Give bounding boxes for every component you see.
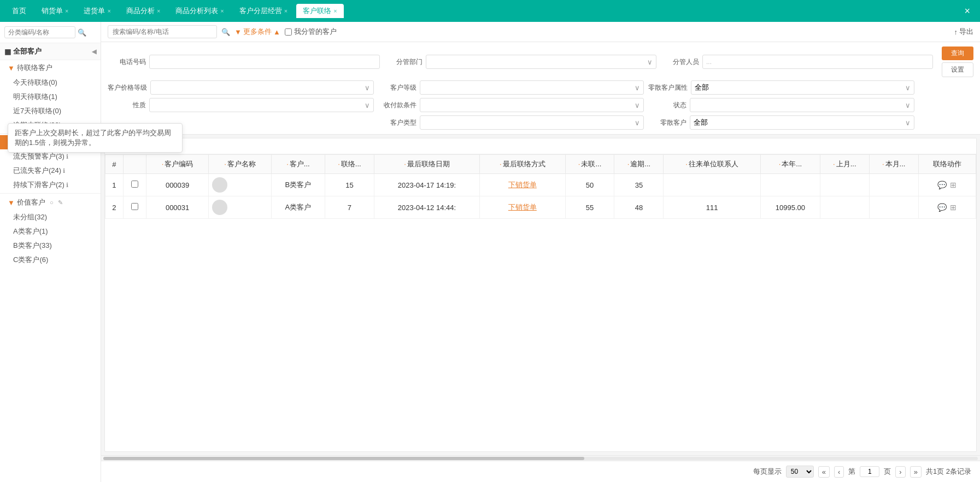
- sidebar-value-group[interactable]: ▼ 价值客户 ○ ✎: [0, 195, 101, 210]
- row-checkbox-2[interactable]: [131, 203, 138, 210]
- filter-scattered-label: 零散客户属性: [648, 83, 688, 92]
- filter-nature-select[interactable]: ∨: [149, 98, 374, 112]
- sidebar-item-lost[interactable]: 已流失客户(24) ℹ: [0, 164, 101, 178]
- filter-status-select[interactable]: ∨: [690, 98, 914, 112]
- pending-group-label: 待联络客户: [17, 63, 52, 73]
- tab-customer-contact[interactable]: 客户联络 ×: [296, 4, 343, 18]
- sidebar-item-ungroup[interactable]: 未分组(32): [0, 210, 101, 224]
- sidebar-item-b-class[interactable]: B类客户(33): [0, 239, 101, 253]
- tab-product-list-close[interactable]: ×: [220, 8, 224, 14]
- dept-select-arrow: ∨: [647, 58, 653, 66]
- col-type[interactable]: ·客户...: [271, 155, 325, 174]
- tab-customer-contact-close[interactable]: ×: [333, 8, 337, 14]
- col-last-month[interactable]: ·上月...: [820, 155, 869, 174]
- chevron-up-icon: ▲: [273, 28, 280, 36]
- tab-sales[interactable]: 销货单 ×: [35, 4, 75, 18]
- filter-price-label: 客户价格等级: [108, 83, 147, 92]
- horizontal-scrollbar[interactable]: [101, 455, 980, 461]
- sidebar-item-c-class[interactable]: C类客户(6): [0, 253, 101, 267]
- scrollbar-thumb[interactable]: [103, 457, 584, 460]
- contact-icon-1[interactable]: 💬: [937, 181, 947, 189]
- sidebar-search-icon[interactable]: 🔍: [78, 28, 86, 37]
- filter-price-select[interactable]: ∨: [150, 80, 374, 95]
- tab-customer-tier[interactable]: 客户分层经营 ×: [233, 4, 294, 18]
- cust-type-arrow: ∨: [635, 119, 640, 127]
- col-unit-contact[interactable]: ·往来单位联系人: [664, 155, 761, 174]
- tab-product-analysis-close[interactable]: ×: [157, 8, 160, 14]
- col-last-method[interactable]: ·最后联络方式: [480, 155, 566, 174]
- info-icon-lost: ℹ: [63, 167, 65, 174]
- filter-payment-select[interactable]: ∨: [420, 98, 644, 112]
- filter-manager-select[interactable]: ...: [702, 55, 933, 69]
- page-label: 第: [848, 467, 855, 477]
- link-icon-1[interactable]: ⊞: [950, 181, 956, 189]
- prev-page-button[interactable]: ‹: [834, 466, 844, 478]
- first-page-button[interactable]: «: [818, 466, 830, 478]
- last-method-link-2[interactable]: 下销货单: [508, 203, 537, 211]
- my-customers-check[interactable]: [285, 28, 292, 36]
- sidebar-all-customers[interactable]: ▦ 全部客户 ◀: [0, 43, 101, 60]
- filter-phone-field: 电话号码: [108, 55, 380, 69]
- value-group-edit-icon[interactable]: ○: [50, 199, 54, 206]
- last-page-button[interactable]: »: [910, 466, 922, 478]
- tab-home[interactable]: 首页: [5, 4, 33, 18]
- my-customers-checkbox[interactable]: 我分管的客户: [285, 27, 337, 37]
- more-conditions-button[interactable]: ▼ 更多条件 ▲: [234, 27, 280, 37]
- col-this-year[interactable]: ·本年...: [760, 155, 820, 174]
- sidebar-item-a-class[interactable]: A类客户(1): [0, 224, 101, 239]
- cell-unit-contact-1: [664, 174, 761, 196]
- col-last-date[interactable]: ·最后联络日期: [374, 155, 479, 174]
- filter-cust-level-select[interactable]: ∨: [420, 80, 644, 95]
- filter-scattered-cust-select[interactable]: 全部 ∨: [690, 115, 914, 130]
- filter-row-1: 电话号码 分管部门 ∨ 分管人员 ...: [108, 47, 973, 77]
- sidebar-item-declining[interactable]: 持续下滑客户(2) ℹ: [0, 178, 101, 192]
- contact-icon-2[interactable]: 💬: [937, 203, 947, 212]
- per-page-select[interactable]: 50 100 200: [786, 466, 814, 478]
- cell-contacts-1: 15: [325, 174, 374, 196]
- filter-scattered-customer-field: 零散客户 全部 ∨: [648, 115, 914, 130]
- col-code[interactable]: ·客户编码: [146, 155, 208, 174]
- sidebar-item-today[interactable]: 今天待联络(0): [0, 76, 101, 90]
- filter-status-label: 状态: [648, 101, 686, 110]
- col-contacts[interactable]: ·联络...: [325, 155, 374, 174]
- cell-name-2: [209, 196, 271, 219]
- filter-phone-input[interactable]: [149, 55, 380, 69]
- action-icons-1: 💬 ⊞: [922, 181, 972, 189]
- export-button[interactable]: ↑ 导出: [954, 27, 974, 37]
- scattered-select-value: 全部: [695, 83, 709, 92]
- page-input[interactable]: [860, 466, 879, 477]
- cell-unreachable-2: 55: [565, 196, 614, 219]
- tab-product-analysis[interactable]: 商品分析 ×: [120, 4, 167, 18]
- tab-product-list[interactable]: 商品分析列表 ×: [169, 4, 230, 18]
- link-icon-2[interactable]: ⊞: [950, 203, 956, 212]
- tab-sales-close[interactable]: ×: [65, 8, 68, 14]
- filter-cust-type-field: 客户类型 ∨: [378, 115, 644, 130]
- tab-purchase[interactable]: 进货单 ×: [77, 4, 117, 18]
- sidebar-search-input[interactable]: [4, 26, 75, 38]
- filter-scattered-select[interactable]: 全部 ∨: [691, 80, 914, 95]
- window-close-button[interactable]: ×: [960, 5, 975, 17]
- value-group-label: 价值客户: [17, 198, 45, 207]
- filter-search-input[interactable]: [108, 25, 217, 38]
- sidebar-item-tomorrow[interactable]: 明天待联络(1): [0, 90, 101, 104]
- filter-dept-select[interactable]: ∨: [426, 55, 656, 69]
- sidebar-item-7days[interactable]: 近7天待联络(0): [0, 104, 101, 118]
- sidebar-pending-group[interactable]: ▼ 待联络客户: [0, 60, 101, 76]
- setting-button[interactable]: 设置: [942, 62, 973, 77]
- cell-check-1: [123, 174, 146, 196]
- col-unreachable[interactable]: ·未联...: [565, 155, 614, 174]
- query-button[interactable]: 查询: [942, 47, 973, 60]
- col-overdue[interactable]: ·逾期...: [614, 155, 664, 174]
- tab-purchase-close[interactable]: ×: [107, 8, 110, 14]
- tab-product-list-label: 商品分析列表: [175, 6, 218, 16]
- row-checkbox-1[interactable]: [131, 181, 138, 188]
- filter-search-button[interactable]: 🔍: [221, 28, 230, 36]
- filter-cust-type-select[interactable]: ∨: [420, 115, 644, 130]
- value-group-settings-icon[interactable]: ✎: [58, 199, 63, 206]
- tab-customer-tier-close[interactable]: ×: [284, 8, 287, 14]
- cust-level-select-arrow: ∨: [635, 84, 640, 92]
- next-page-button[interactable]: ›: [895, 466, 905, 478]
- col-name[interactable]: ·客户名称: [209, 155, 271, 174]
- last-method-link-1[interactable]: 下销货单: [508, 181, 537, 189]
- col-this-month[interactable]: ·本月...: [869, 155, 918, 174]
